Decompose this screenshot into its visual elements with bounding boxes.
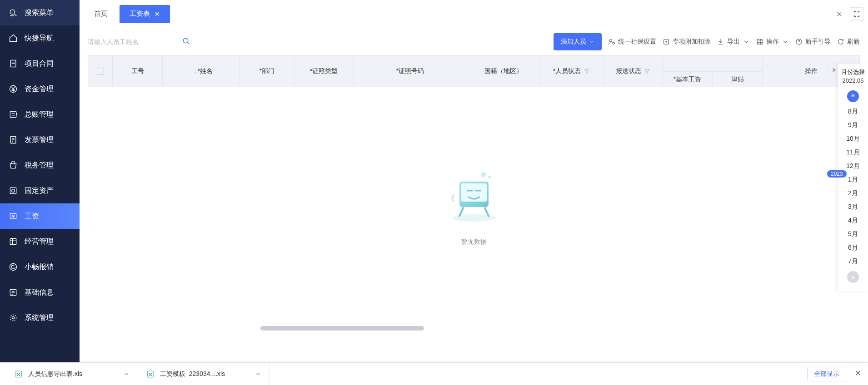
- sidebar-item-basic-info[interactable]: 基础信息: [0, 280, 80, 305]
- th-nation[interactable]: 国籍（地区）: [467, 56, 540, 87]
- sidebar-item-salary[interactable]: 工资: [0, 203, 80, 229]
- month-item[interactable]: 9月: [838, 118, 868, 132]
- refresh-icon: [837, 38, 844, 45]
- sidebar-item-asset[interactable]: 固定资产: [0, 178, 80, 203]
- chevron-up-icon[interactable]: [255, 371, 261, 377]
- filter-icon[interactable]: [584, 68, 590, 74]
- empty-state: 暂无数据: [80, 87, 868, 323]
- th-allowance[interactable]: 津贴: [713, 72, 762, 87]
- sidebar-item-label: 项目合同: [25, 59, 54, 69]
- close-tab-icon[interactable]: ✕: [155, 10, 160, 18]
- month-item[interactable]: 5月: [838, 227, 868, 241]
- svg-rect-36: [760, 42, 762, 44]
- search-box: [88, 34, 192, 50]
- action-button[interactable]: 操作: [756, 38, 789, 46]
- asset-icon: [8, 186, 18, 196]
- download-item[interactable]: 工资模板_223034....xls: [138, 363, 270, 385]
- month-panel-title: 月份选择: [838, 67, 868, 77]
- month-item[interactable]: 10月: [838, 132, 868, 146]
- svg-point-17: [10, 264, 17, 271]
- sidebar-item-label: 经营管理: [25, 237, 54, 247]
- svg-point-38: [452, 214, 496, 222]
- month-panel-collapse[interactable]: [828, 64, 838, 76]
- tab-salary-sheet[interactable]: 工资表 ✕: [120, 5, 170, 23]
- sidebar-item-ledger[interactable]: 总账管理: [0, 102, 80, 127]
- svg-rect-14: [10, 238, 16, 244]
- download-bar: 人员信息导出表.xls 工资模板_223034....xls 全部显示: [0, 362, 868, 385]
- sidebar: 搜索菜单 快捷导航 项目合同 资金管理 总账管理 发票管理: [0, 0, 80, 385]
- sidebar-item-project-contract[interactable]: 项目合同: [0, 51, 80, 76]
- svg-point-12: [12, 189, 15, 192]
- add-person-button[interactable]: 添加人员: [554, 33, 602, 50]
- th-checkbox: [88, 56, 113, 87]
- link-label: 专项附加扣除: [673, 38, 711, 46]
- month-item[interactable]: 3月: [838, 200, 868, 214]
- sidebar-item-reimburse[interactable]: 小畅报销: [0, 254, 80, 280]
- year-badge: 2023: [827, 170, 847, 178]
- empty-illustration-icon: [442, 164, 506, 228]
- tab-home[interactable]: 首页: [84, 5, 118, 23]
- svg-point-30: [609, 39, 612, 42]
- th-idtype[interactable]: *证照类型: [294, 56, 354, 87]
- empty-text: 暂无数据: [461, 238, 487, 246]
- month-item[interactable]: 7月: [838, 255, 868, 268]
- sidebar-item-business[interactable]: 经营管理: [0, 229, 80, 254]
- system-icon: [8, 313, 18, 323]
- scrollbar-thumb[interactable]: [260, 326, 424, 331]
- month-scroll-up[interactable]: [847, 90, 859, 102]
- close-all-tabs-button[interactable]: [833, 7, 846, 21]
- sidebar-item-label: 固定资产: [25, 186, 54, 196]
- search-input[interactable]: [88, 34, 192, 50]
- horizontal-scrollbar[interactable]: [88, 326, 860, 331]
- sidebar-item-label: 资金管理: [25, 84, 54, 94]
- sidebar-item-quick-nav[interactable]: 快捷导航: [0, 25, 80, 51]
- sort-icon: [192, 68, 198, 75]
- sidebar-item-tax[interactable]: 税务管理: [0, 153, 80, 178]
- svg-rect-44: [480, 172, 486, 178]
- month-item[interactable]: 2月: [838, 187, 868, 200]
- filter-icon[interactable]: [644, 68, 650, 74]
- close-download-bar[interactable]: [854, 370, 862, 378]
- tax-icon: [8, 160, 18, 170]
- link-label: 新手引导: [805, 38, 831, 46]
- month-item[interactable]: 11月: [838, 146, 868, 159]
- th-name[interactable]: *姓名: [163, 56, 240, 87]
- refresh-button[interactable]: 刷新: [837, 38, 860, 46]
- download-filename: 人员信息导出表.xls: [28, 370, 82, 378]
- svg-point-0: [10, 10, 15, 14]
- th-report[interactable]: 报送状态: [604, 56, 663, 87]
- month-panel-date: 2022.05: [838, 77, 868, 88]
- th-id[interactable]: 工号: [113, 56, 163, 87]
- export-button[interactable]: 导出: [717, 38, 750, 46]
- show-all-downloads[interactable]: 全部显示: [807, 367, 846, 381]
- month-item[interactable]: 4月: [838, 214, 868, 227]
- sidebar-item-search-menu[interactable]: 搜索菜单: [0, 0, 80, 25]
- fullscreen-button[interactable]: [850, 7, 863, 21]
- sidebar-item-label: 总账管理: [25, 110, 54, 119]
- biz-icon: [8, 237, 18, 247]
- sidebar-item-fund[interactable]: 资金管理: [0, 76, 80, 102]
- guide-button[interactable]: 新手引导: [795, 38, 831, 46]
- month-item[interactable]: 6月: [838, 241, 868, 255]
- sidebar-item-label: 搜索菜单: [25, 8, 54, 18]
- sidebar-item-system[interactable]: 系统管理: [0, 305, 80, 331]
- reimburse-icon: [8, 262, 18, 272]
- sidebar-item-invoice[interactable]: 发票管理: [0, 127, 80, 153]
- th-base-salary[interactable]: *基本工资: [663, 72, 713, 87]
- month-item[interactable]: 8月: [838, 105, 868, 118]
- search-icon[interactable]: [182, 37, 190, 47]
- deduction-icon: [663, 38, 670, 45]
- special-deduction-button[interactable]: 专项附加扣除: [663, 38, 711, 46]
- month-scroll-down[interactable]: [847, 271, 859, 283]
- chevron-up-icon[interactable]: [123, 371, 130, 377]
- social-insurance-button[interactable]: 统一社保设置: [608, 38, 656, 46]
- th-idno[interactable]: *证照号码: [354, 56, 467, 87]
- th-status[interactable]: *人员状态: [540, 56, 604, 87]
- sidebar-items: 搜索菜单 快捷导航 项目合同 资金管理 总账管理 发票管理: [0, 0, 80, 362]
- select-all-checkbox[interactable]: [97, 68, 104, 75]
- sidebar-item-label: 税务管理: [25, 161, 54, 170]
- tab-label: 首页: [94, 10, 108, 18]
- tab-bar: 首页 工资表 ✕: [80, 0, 868, 28]
- th-dept[interactable]: *部门: [240, 56, 294, 87]
- download-item[interactable]: 人员信息导出表.xls: [6, 363, 138, 385]
